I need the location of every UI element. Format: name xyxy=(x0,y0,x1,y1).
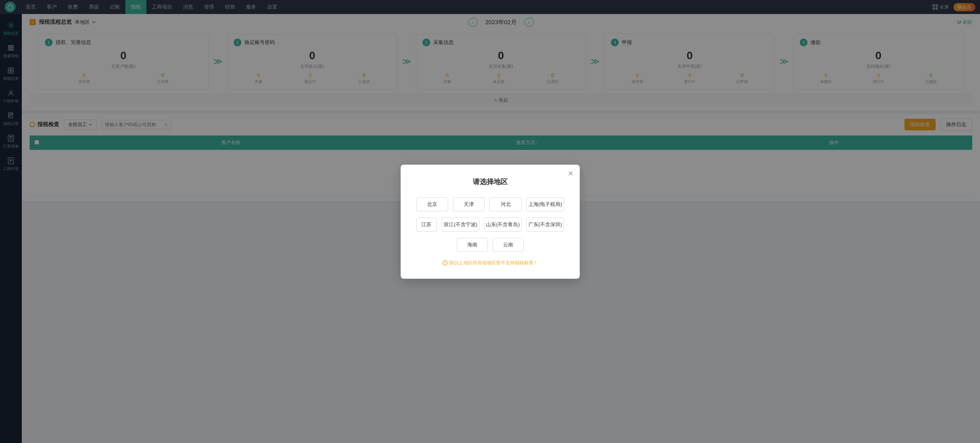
modal-warning: 除以上地区外其他地区暂不支持报税检查！ xyxy=(416,260,564,266)
region-btn-tianjin[interactable]: 天津 xyxy=(453,197,485,211)
region-btn-hebei[interactable]: 河北 xyxy=(489,197,521,211)
modal-close-btn[interactable]: ✕ xyxy=(568,170,574,177)
region-row-2: 江苏 浙江(不含宁波) 山东(不含青岛) 广东(不含深圳) xyxy=(416,218,564,232)
region-btn-beijing[interactable]: 北京 xyxy=(416,197,448,211)
region-row-1: 北京 天津 河北 上海(电子税局) xyxy=(416,197,564,211)
region-row-3: 海南 云南 xyxy=(416,238,564,252)
region-btn-shandong[interactable]: 山东(不含青岛) xyxy=(484,218,522,232)
region-select-modal: ✕ 请选择地区 北京 天津 河北 上海(电子税局) 江苏 浙江(不含宁波) 山东… xyxy=(401,165,580,279)
region-btn-shanghai[interactable]: 上海(电子税局) xyxy=(526,197,564,211)
svg-point-27 xyxy=(445,264,445,264)
modal-title: 请选择地区 xyxy=(416,177,564,186)
region-btn-yunnan[interactable]: 云南 xyxy=(493,238,524,252)
modal-overlay[interactable]: ✕ 请选择地区 北京 天津 河北 上海(电子税局) 江苏 浙江(不含宁波) 山东… xyxy=(0,0,980,443)
region-btn-guangdong[interactable]: 广东(不含深圳) xyxy=(526,218,564,232)
warning-text: 除以上地区外其他地区暂不支持报税检查！ xyxy=(449,260,538,266)
region-btn-zhejiang[interactable]: 浙江(不含宁波) xyxy=(442,218,479,232)
region-btn-jiangsu[interactable]: 江苏 xyxy=(416,218,437,232)
region-btn-hainan[interactable]: 海南 xyxy=(457,238,488,252)
